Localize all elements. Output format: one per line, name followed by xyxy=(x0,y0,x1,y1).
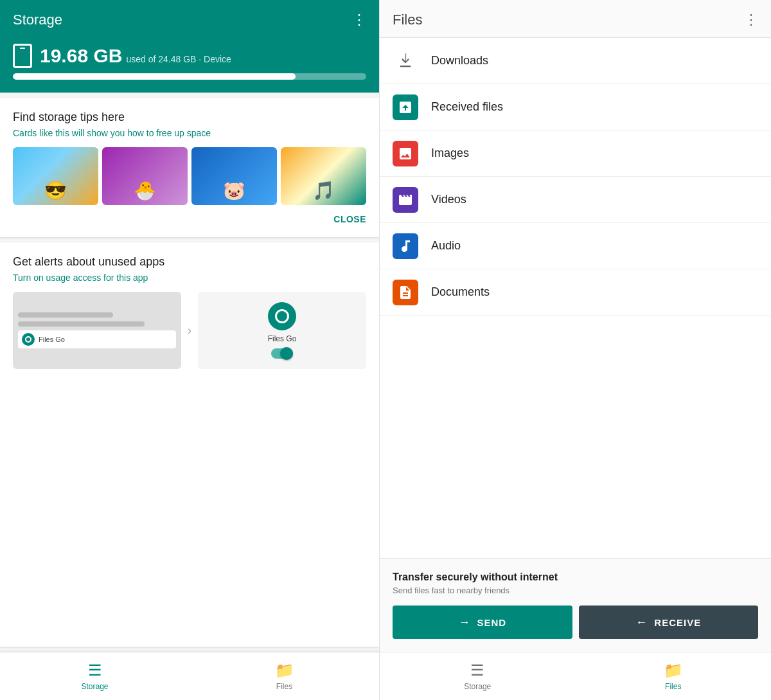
tip-character-3: 🐷 xyxy=(223,180,245,201)
documents-label: Documents xyxy=(431,285,490,299)
audio-label: Audio xyxy=(431,239,461,253)
storage-bar-section: 19.68 GB used of 24.48 GB · Device xyxy=(0,37,379,93)
audio-icon xyxy=(393,233,418,259)
tip-character-1: 😎 xyxy=(44,180,67,201)
close-button[interactable]: CLOSE xyxy=(333,214,366,224)
menu-item-documents[interactable]: Documents xyxy=(380,269,771,316)
r-storage-icon: ☰ xyxy=(470,661,484,679)
preview-line-2 xyxy=(18,321,145,327)
left-header: Storage ⋮ xyxy=(0,0,379,37)
tips-card-title: Find storage tips here xyxy=(13,111,366,124)
tips-card: Find storage tips here Cards like this w… xyxy=(0,98,379,237)
receive-button[interactable]: ← RECEIVE xyxy=(579,606,759,639)
files-go-label-left: Files Go xyxy=(39,336,65,343)
left-content: Find storage tips here Cards like this w… xyxy=(0,93,379,652)
right-bottom-nav: ☰ Storage 📁 Files xyxy=(380,652,771,700)
downloads-label: Downloads xyxy=(431,54,488,67)
tips-card-subtitle: Cards like this will show you how to fre… xyxy=(13,128,366,138)
storage-text-group: 19.68 GB used of 24.48 GB · Device xyxy=(40,45,231,67)
tip-image-4[interactable]: 🎵 xyxy=(281,147,366,205)
phone-icon xyxy=(13,44,32,68)
files-nav-label: Files xyxy=(276,682,292,691)
tip-image-2[interactable]: 🐣 xyxy=(102,147,188,205)
tip-image-3[interactable]: 🐷 xyxy=(191,147,277,205)
received-files-icon xyxy=(393,94,418,120)
menu-item-audio[interactable]: Audio xyxy=(380,223,771,269)
preview-line-1 xyxy=(18,312,113,318)
storage-nav-label: Storage xyxy=(81,682,108,691)
toggle-thumb xyxy=(280,347,293,360)
r-files-label: Files xyxy=(665,682,681,691)
app-preview-left: Files Go xyxy=(13,292,181,369)
receive-label: RECEIVE xyxy=(654,617,701,628)
files-go-big-icon xyxy=(268,302,296,330)
app-preview-right: Files Go xyxy=(198,292,366,369)
right-menu-button[interactable]: ⋮ xyxy=(744,12,758,28)
left-nav-storage[interactable]: ☰ Storage xyxy=(0,652,190,700)
alerts-images: Files Go › Files Go xyxy=(13,292,366,369)
documents-icon xyxy=(393,280,418,305)
files-go-big-icon-inner xyxy=(275,309,289,323)
images-icon xyxy=(393,141,418,166)
storage-progress-bar xyxy=(13,73,366,80)
received-label: Received files xyxy=(431,100,503,114)
menu-item-downloads[interactable]: Downloads xyxy=(380,38,771,84)
transfer-title: Transfer securely without internet xyxy=(393,571,758,583)
videos-icon xyxy=(393,187,418,213)
left-bottom-nav: ☰ Storage 📁 Files xyxy=(0,652,379,700)
videos-label: Videos xyxy=(431,193,466,206)
toggle-bar xyxy=(271,348,293,359)
images-label: Images xyxy=(431,147,469,160)
menu-item-videos[interactable]: Videos xyxy=(380,177,771,223)
toggle-track[interactable] xyxy=(271,348,293,359)
send-button[interactable]: → SEND xyxy=(393,606,572,639)
tip-character-4: 🎵 xyxy=(312,180,335,201)
alerts-card-title: Get alerts about unused apps xyxy=(13,255,366,269)
right-nav-files[interactable]: 📁 Files xyxy=(576,652,772,700)
transfer-buttons: → SEND ← RECEIVE xyxy=(393,606,758,639)
r-files-icon: 📁 xyxy=(664,661,683,679)
receive-icon: ← xyxy=(635,616,648,629)
storage-main-text: 19.68 GB used of 24.48 GB · Device xyxy=(40,45,231,67)
transfer-section: Transfer securely without internet Send … xyxy=(380,558,771,652)
storage-progress-fill xyxy=(13,73,296,80)
storage-used-gb: 19.68 GB xyxy=(40,45,122,67)
right-app-title: Files xyxy=(393,12,422,28)
files-go-label-right: Files Go xyxy=(268,334,297,343)
left-panel: Storage ⋮ 19.68 GB used of 24.48 GB · De… xyxy=(0,0,379,700)
transfer-subtitle: Send files fast to nearby friends xyxy=(393,586,758,595)
files-go-icon-small xyxy=(22,333,35,346)
arrow-divider: › xyxy=(188,324,191,337)
storage-suffix: used of 24.48 GB · Device xyxy=(126,54,231,64)
alerts-card: Get alerts about unused apps Turn on usa… xyxy=(0,242,379,647)
send-label: SEND xyxy=(477,617,506,628)
close-button-container: CLOSE xyxy=(13,214,366,224)
storage-nav-icon: ☰ xyxy=(88,661,102,679)
menu-item-received[interactable]: Received files xyxy=(380,84,771,130)
downloads-icon xyxy=(393,48,418,74)
right-panel: Files ⋮ Downloads Received files xyxy=(379,0,771,700)
tip-character-2: 🐣 xyxy=(134,180,156,201)
right-nav-storage[interactable]: ☰ Storage xyxy=(380,652,576,700)
files-go-row: Files Go xyxy=(18,330,176,348)
r-storage-label: Storage xyxy=(464,682,491,691)
left-nav-files[interactable]: 📁 Files xyxy=(190,652,379,700)
files-nav-icon: 📁 xyxy=(275,661,294,679)
storage-info: 19.68 GB used of 24.48 GB · Device xyxy=(13,44,366,68)
send-icon: → xyxy=(458,616,470,629)
alerts-card-subtitle: Turn on usage access for this app xyxy=(13,273,366,283)
left-app-title: Storage xyxy=(13,12,62,28)
right-header: Files ⋮ xyxy=(380,0,771,38)
tip-image-1[interactable]: 😎 xyxy=(13,147,98,205)
tips-images: 😎 🐣 🐷 🎵 xyxy=(13,147,366,205)
files-go-icon-inner xyxy=(25,336,31,343)
file-menu: Downloads Received files Images xyxy=(380,38,771,558)
menu-item-images[interactable]: Images xyxy=(380,130,771,177)
left-menu-button[interactable]: ⋮ xyxy=(352,12,366,28)
